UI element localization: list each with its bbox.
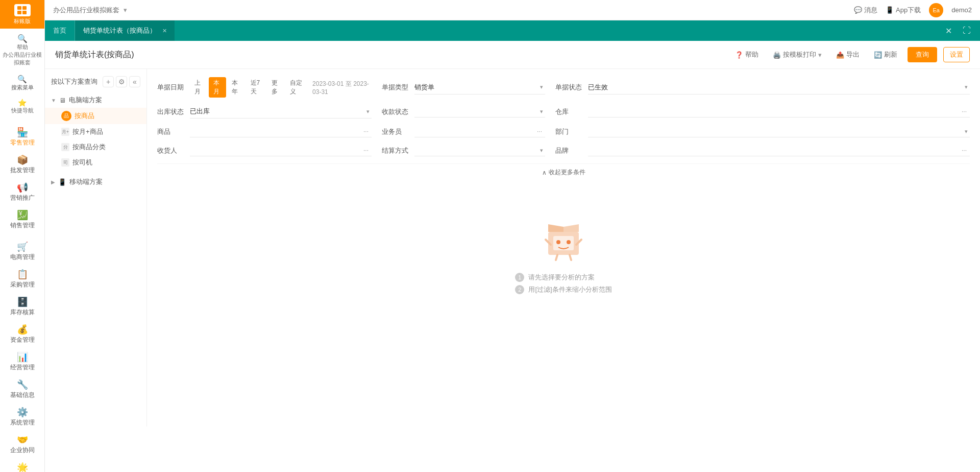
scheme-item-by-product[interactable]: 品 按商品 [45,108,146,124]
department-select[interactable]: ▾ [588,126,970,137]
refresh-btn[interactable]: 🔄 刷新 [870,48,901,61]
brand-label: 品牌 [555,146,584,155]
app-logo: 标账版 [0,0,45,29]
finance-label: 资金管理 [10,336,35,344]
tab-home[interactable]: 首页 [45,20,75,41]
page-content: 销货单统计表(按商品) ❓ 帮助 🖨️ 按模板打印 ▾ 📤 导出 [45,41,980,472]
query-btn[interactable]: 查询 [908,47,937,62]
sidebar-item-basic[interactable]: 🔧 基础信息 [0,375,44,403]
page-actions: ❓ 帮助 🖨️ 按模板打印 ▾ 📤 导出 🔄 刷新 [731,47,970,62]
period-this-year[interactable]: 本年 [227,77,245,98]
ecommerce-icon: 🛒 [17,242,28,251]
sidebar-item-retail[interactable]: 🏪 零售管理 [0,123,44,150]
scheme-settings-btn[interactable]: ⚙ [116,76,127,87]
scheme-add-btn[interactable]: + [103,76,114,87]
wholesale-icon: 📦 [17,155,28,164]
out-status-select[interactable]: 已出库 ▾ [190,105,372,119]
period-custom[interactable]: 自定义 [285,77,307,98]
empty-hint-1: 1 请先选择要分析的方案 [515,273,611,282]
period-last-month[interactable]: 上月 [190,77,208,98]
sidebar-item-procurement[interactable]: 📋 采购管理 [0,265,44,292]
salesperson-more-btn[interactable]: ··· [534,128,545,135]
message-icon: 💬 [854,6,862,14]
period-7days[interactable]: 近7天 [246,77,266,98]
print-dropdown-icon: ▾ [818,51,822,59]
user-avatar[interactable]: Ea [929,3,943,17]
product-more-btn[interactable]: ··· [360,128,372,135]
filter-type: 单据类型 销货单 ▾ [382,81,545,95]
department-dropdown-icon: ▾ [965,128,968,135]
payment-select[interactable]: ▾ [414,106,545,117]
sidebar-search[interactable]: 🔍 帮助 办公用品行业模拟账套 [0,29,44,72]
sales-label: 销售管理 [10,221,35,230]
sidebar-item-marketing[interactable]: 📢 营销推广 [0,178,44,205]
tab-close-btn[interactable]: ✕ [160,27,168,35]
marketing-label: 营销推广 [10,194,35,202]
svg-line-10 [556,255,557,260]
scheme-item-by-category[interactable]: 分 按商品分类 [45,139,146,155]
sidebar-item-finance[interactable]: 💰 资金管理 [0,320,44,347]
scheme-group-pc-header[interactable]: ▼ 🖥 电脑端方案 [45,92,146,108]
page-title: 销货单统计表(按商品) [55,50,134,60]
app-download-btn[interactable]: 📱 App下载 [886,6,921,15]
status-select[interactable]: 已生效 ▾ [588,81,970,95]
warehouse-label: 仓库 [555,107,584,116]
collapse-bar[interactable]: ∧ 收起更多条件 [157,163,970,181]
settlement-select[interactable]: ▾ [414,145,545,156]
print-icon: 🖨️ [773,51,781,59]
print-template-btn[interactable]: 🖨️ 按模板打印 ▾ [769,48,826,61]
svg-rect-1 [22,6,27,10]
pc-icon: 🖥 [59,97,66,104]
empty-texts: 1 请先选择要分析的方案 2 用[过滤]条件来缩小分析范围 [515,273,611,297]
message-btn[interactable]: 💬 消息 [854,6,877,15]
quick-nav[interactable]: ⭐ 快捷导航 [0,95,44,119]
sidebar-item-inventory[interactable]: 🗄️ 库存核算 [0,292,44,320]
type-select[interactable]: 销货单 ▾ [414,81,545,95]
out-status-label: 出库状态 [157,107,186,116]
page-header: 销货单统计表(按商品) ❓ 帮助 🖨️ 按模板打印 ▾ 📤 导出 [45,41,980,69]
app-name: 标账版 [14,17,31,25]
settlement-dropdown-icon: ▾ [540,147,543,154]
by-product-icon: 品 [61,111,71,121]
scheme-collapse-btn[interactable]: « [129,76,140,87]
finance-icon: 💰 [17,325,28,334]
settlement-label: 结算方式 [382,146,410,155]
status-label: 单据状态 [555,83,584,92]
tab-active[interactable]: 销货单统计表（按商品） ✕ [75,20,175,41]
scheme-group-mobile-header[interactable]: ▶ 📱 移动端方案 [45,174,146,190]
help-btn[interactable]: ❓ 帮助 [731,48,763,61]
system-icon: ⚙️ [17,408,28,417]
period-this-month[interactable]: 本月 [209,77,227,98]
sidebar-item-ecommerce[interactable]: 🛒 电商管理 [0,237,44,265]
brand-more-btn[interactable]: ··· [959,147,970,154]
mobile-group-label: 移动端方案 [69,177,103,186]
settings-btn[interactable]: 设置 [943,47,970,62]
search-menu[interactable]: 🔍 搜索菜单 [0,72,44,95]
tab-minimize-btn[interactable]: ✕ [941,23,955,38]
scheme-group-pc: ▼ 🖥 电脑端方案 品 按商品 月+ 按月+商品 [45,90,146,172]
hint2-text: 用[过滤]条件来缩小分析范围 [528,285,611,294]
warehouse-more-btn[interactable]: ··· [959,108,970,115]
recipient-more-btn[interactable]: ··· [360,147,372,154]
filter-department: 部门 ▾ [555,126,970,137]
empty-illustration [538,211,589,263]
period-more[interactable]: 更多 [267,77,285,98]
out-status-value: 已出库 [190,107,364,116]
sidebar-item-operations[interactable]: 📊 经营管理 [0,347,44,375]
filter-product: 商品 ··· [157,126,372,137]
sidebar-item-wholesale[interactable]: 📦 批发管理 [0,150,44,178]
scheme-group-mobile: ▶ 📱 移动端方案 [45,172,146,192]
date-period-btns: 上月 本月 本年 近7天 更多 自定义 [190,77,307,98]
status-dropdown-icon: ▾ [965,84,968,90]
scheme-item-by-month-product[interactable]: 月+ 按月+商品 [45,124,146,139]
industry-dropdown-icon[interactable]: ▾ [124,6,127,14]
sidebar-item-guide[interactable]: 🌟 新手引导 [0,458,44,472]
sidebar-item-cooperation[interactable]: 🤝 企业协同 [0,430,44,458]
tab-maximize-btn[interactable]: ⛶ [960,23,974,38]
sidebar-item-system[interactable]: ⚙️ 系统管理 [0,403,44,430]
sidebar-item-sales[interactable]: 💹 销售管理 [0,205,44,233]
basic-label: 基础信息 [10,391,35,399]
filter-out-status: 出库状态 已出库 ▾ [157,105,372,119]
export-btn[interactable]: 📤 导出 [832,48,864,61]
scheme-item-by-driver[interactable]: 司 按司机 [45,155,146,170]
